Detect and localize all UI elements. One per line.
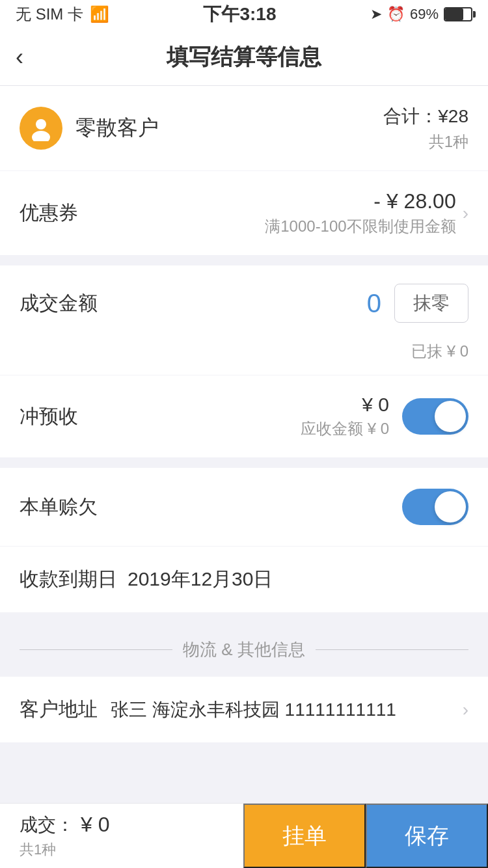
total-label: 合计：¥28 bbox=[383, 104, 468, 129]
due-date-label: 收款到期日 bbox=[20, 566, 117, 593]
transaction-section: 成交金额 0 抹零 已抹 ¥ 0 冲预收 ¥ 0 应收金额 ¥ 0 bbox=[0, 265, 488, 457]
time-label: 下午3:18 bbox=[203, 2, 276, 27]
customer-row: 零散客户 合计：¥28 共1种 bbox=[0, 86, 488, 170]
coupon-label: 优惠券 bbox=[20, 200, 78, 226]
debit-label: 本单赊欠 bbox=[20, 494, 98, 521]
bottom-count: 共1种 bbox=[20, 840, 224, 860]
battery-label: 69% bbox=[410, 6, 439, 23]
status-bar: 无 SIM 卡 📶 下午3:18 ➤ ⏰ 69% bbox=[0, 0, 488, 29]
carrier-label: 无 SIM 卡 bbox=[16, 4, 83, 25]
customer-left: 零散客户 bbox=[20, 107, 159, 150]
due-date-row: 收款到期日 2019年12月30日 bbox=[0, 546, 488, 612]
divider-line-left bbox=[20, 649, 172, 650]
address-chevron-icon: › bbox=[463, 699, 468, 720]
back-button[interactable]: ‹ bbox=[16, 44, 23, 71]
logistics-divider-section: 物流 & 其他信息 bbox=[0, 623, 488, 677]
coupon-desc: 满1000-100不限制使用金额 bbox=[265, 216, 455, 237]
due-date-value: 2019年12月30日 bbox=[128, 566, 273, 593]
prereceipt-right: ¥ 0 应收金额 ¥ 0 bbox=[301, 394, 468, 439]
debit-row: 本单赊欠 bbox=[0, 468, 488, 546]
page-title: 填写结算等信息 bbox=[167, 42, 321, 72]
coupon-amount: - ¥ 28.00 bbox=[265, 189, 455, 213]
bottom-deal-amount: ¥ 0 bbox=[81, 813, 109, 837]
already-zeroed-label: 已抹 ¥ 0 bbox=[0, 341, 488, 375]
save-button[interactable]: 保存 bbox=[366, 804, 488, 868]
address-value: 张三 海淀永丰科技园 11111111111 bbox=[111, 698, 463, 722]
prereceipt-toggle[interactable] bbox=[402, 398, 468, 435]
prereceipt-label: 冲预收 bbox=[20, 403, 78, 430]
chevron-right-icon: › bbox=[463, 203, 468, 224]
pending-button[interactable]: 挂单 bbox=[243, 804, 366, 868]
bottom-summary: 成交： ¥ 0 共1种 bbox=[0, 804, 243, 868]
nav-bar: ‹ 填写结算等信息 bbox=[0, 29, 488, 86]
bottom-bar: 成交： ¥ 0 共1种 挂单 保存 bbox=[0, 803, 488, 868]
total-count: 共1种 bbox=[383, 131, 468, 152]
deal-amount-label: 成交金额 bbox=[20, 290, 98, 317]
coupon-right: - ¥ 28.00 满1000-100不限制使用金额 › bbox=[265, 189, 468, 237]
coupon-info: - ¥ 28.00 满1000-100不限制使用金额 bbox=[265, 189, 455, 237]
prereceipt-amounts: ¥ 0 应收金额 ¥ 0 bbox=[301, 394, 389, 439]
customer-name: 零散客户 bbox=[75, 114, 159, 142]
location-icon: ➤ bbox=[370, 6, 382, 23]
prereceipt-sub: 应收金额 ¥ 0 bbox=[301, 418, 389, 439]
bottom-deal-label: 成交： bbox=[20, 813, 74, 837]
bottom-deal-row: 成交： ¥ 0 bbox=[20, 813, 224, 837]
debit-toggle-thumb bbox=[435, 491, 466, 522]
svg-point-0 bbox=[36, 119, 46, 129]
battery-icon bbox=[444, 7, 472, 21]
customer-section: 零散客户 合计：¥28 共1种 bbox=[0, 86, 488, 170]
deal-amount-right: 0 抹零 bbox=[362, 284, 468, 323]
alarm-icon: ⏰ bbox=[387, 6, 405, 23]
debit-section: 本单赊欠 收款到期日 2019年12月30日 bbox=[0, 468, 488, 612]
divider-line-right bbox=[316, 649, 468, 650]
prereceipt-row: 冲预收 ¥ 0 应收金额 ¥ 0 bbox=[0, 375, 488, 457]
status-left: 无 SIM 卡 📶 bbox=[16, 4, 109, 25]
deal-amount-value[interactable]: 0 bbox=[362, 289, 381, 318]
prereceipt-main: ¥ 0 bbox=[301, 394, 389, 416]
deal-amount-row: 成交金额 0 抹零 bbox=[0, 265, 488, 341]
status-right: ➤ ⏰ 69% bbox=[370, 6, 472, 23]
round-zero-button[interactable]: 抹零 bbox=[394, 284, 468, 323]
coupon-row[interactable]: 优惠券 - ¥ 28.00 满1000-100不限制使用金额 › bbox=[0, 170, 488, 255]
address-row[interactable]: 客户地址 张三 海淀永丰科技园 11111111111 › bbox=[0, 677, 488, 742]
toggle-thumb bbox=[435, 401, 466, 432]
customer-right: 合计：¥28 共1种 bbox=[383, 104, 468, 152]
debit-toggle[interactable] bbox=[402, 489, 468, 525]
address-label: 客户地址 bbox=[20, 696, 98, 723]
coupon-section[interactable]: 优惠券 - ¥ 28.00 满1000-100不限制使用金额 › bbox=[0, 170, 488, 255]
avatar bbox=[20, 107, 62, 150]
logistics-label: 物流 & 其他信息 bbox=[183, 638, 305, 661]
address-section[interactable]: 客户地址 张三 海淀永丰科技园 11111111111 › bbox=[0, 677, 488, 742]
back-icon: ‹ bbox=[16, 44, 23, 70]
svg-point-1 bbox=[32, 131, 50, 141]
logistics-divider: 物流 & 其他信息 bbox=[0, 623, 488, 677]
wifi-icon: 📶 bbox=[90, 5, 109, 23]
